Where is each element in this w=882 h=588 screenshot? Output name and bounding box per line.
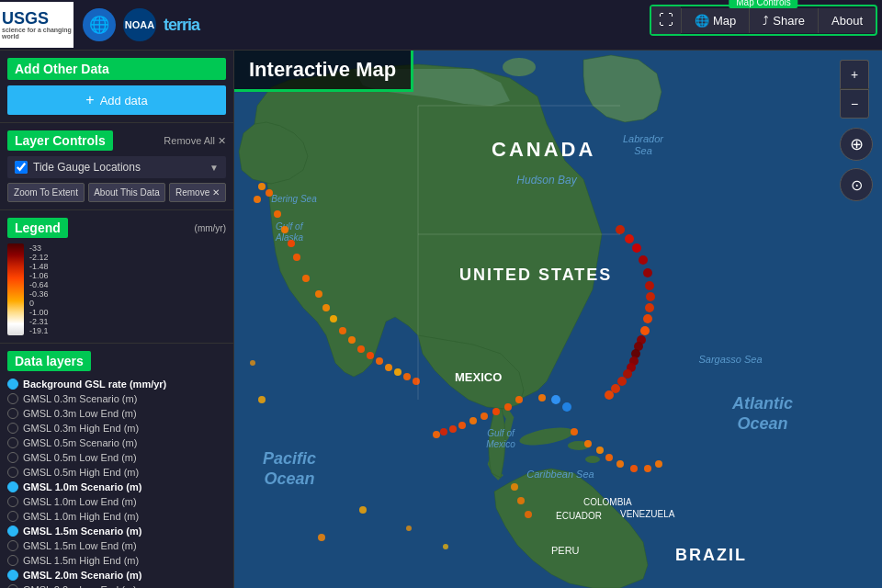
interactive-map-label: Interactive Map: [234, 51, 413, 92]
svg-point-92: [443, 544, 448, 549]
terria-logo: terria: [164, 16, 199, 35]
map-controls-box: Map Controls ⛶ 🌐 Map ⤴ Share About: [650, 5, 877, 36]
data-layer-radio[interactable]: [7, 423, 18, 434]
svg-point-67: [504, 403, 512, 411]
svg-point-89: [359, 506, 367, 514]
svg-point-63: [617, 377, 627, 386]
data-layer-radio[interactable]: [7, 584, 18, 588]
svg-text:VENEZUELA: VENEZUELA: [620, 509, 675, 519]
data-layer-radio[interactable]: [7, 496, 18, 507]
data-layer-item[interactable]: GMSL 0.3m Scenario (m): [7, 391, 226, 406]
data-layer-radio[interactable]: [7, 526, 18, 537]
tide-gauge-label: Tide Gauge Locations: [33, 161, 209, 174]
data-layer-item[interactable]: GMSL 1.5m High End (m): [7, 553, 226, 568]
data-layer-item[interactable]: GMSL 0.3m High End (m): [7, 421, 226, 435]
data-layer-item[interactable]: GMSL 1.5m Low End (m): [7, 538, 226, 553]
data-layer-radio[interactable]: [7, 379, 18, 390]
data-layer-radio[interactable]: [7, 570, 18, 581]
svg-text:ECUADOR: ECUADOR: [556, 511, 602, 521]
data-layer-radio[interactable]: [7, 452, 18, 463]
data-layer-item[interactable]: GMSL 1.0m High End (m): [7, 509, 226, 524]
data-layer-name: GMSL 0.3m Scenario (m): [23, 393, 137, 404]
data-layer-item[interactable]: GMSL 0.5m Low End (m): [7, 450, 226, 465]
data-layer-item[interactable]: GMSL 0.5m Scenario (m): [7, 435, 226, 450]
svg-text:Pacific: Pacific: [263, 449, 316, 468]
data-layer-name: GMSL 0.3m Low End (m): [23, 408, 137, 419]
remove-all-button[interactable]: Remove All ✕: [164, 135, 226, 147]
data-layer-radio[interactable]: [7, 511, 18, 522]
data-layer-item[interactable]: Background GSL rate (mm/yr): [7, 377, 226, 391]
svg-point-46: [254, 196, 261, 203]
map-svg: Pacific Ocean Atlantic Ocean Sargasso Se…: [234, 51, 882, 588]
data-layer-radio[interactable]: [7, 481, 18, 492]
legend-content: -33 -2.12 -1.48 -1.06 -0.64 -0.36 0 -1.0…: [7, 243, 226, 335]
data-layer-radio[interactable]: [7, 555, 18, 566]
globe-icon[interactable]: 🌐: [83, 8, 116, 41]
data-layer-radio[interactable]: [7, 437, 18, 448]
svg-point-49: [632, 243, 641, 253]
data-layer-name: GMSL 0.5m High End (m): [23, 467, 139, 478]
remove-layer-button[interactable]: Remove ✕: [169, 183, 226, 202]
data-layer-item[interactable]: GMSL 1.0m Low End (m): [7, 494, 226, 509]
legend-value: -0.36: [29, 289, 49, 299]
map-button[interactable]: 🌐 Map: [681, 8, 749, 33]
expand-map-button[interactable]: ⛶: [651, 6, 681, 34]
add-data-button[interactable]: + Add data: [7, 85, 226, 115]
share-button[interactable]: ⤴ Share: [749, 8, 818, 33]
svg-point-65: [605, 390, 614, 400]
data-layer-item[interactable]: GMSL 0.5m High End (m): [7, 465, 226, 480]
data-layer-radio[interactable]: [7, 540, 18, 551]
svg-point-77: [562, 402, 571, 412]
svg-text:Hudson Bay: Hudson Bay: [516, 174, 577, 187]
legend-value: -1.06: [29, 271, 49, 280]
data-layer-radio[interactable]: [7, 393, 18, 404]
svg-point-36: [348, 336, 356, 344]
svg-text:Mexico: Mexico: [486, 439, 515, 449]
svg-point-51: [643, 268, 652, 277]
data-layer-item[interactable]: GMSL 2.0m Low End (m): [7, 582, 226, 588]
data-layer-radio[interactable]: [7, 467, 18, 478]
legend-value: -33: [29, 243, 49, 253]
data-layer-item[interactable]: GMSL 1.5m Scenario (m): [7, 524, 226, 538]
add-data-label: Add data: [100, 94, 148, 107]
map-area[interactable]: Interactive Map Pacific Ocean Atlantic O…: [234, 51, 882, 588]
svg-point-29: [288, 240, 295, 247]
zoom-to-extent-button[interactable]: Zoom To Extent: [7, 183, 85, 202]
legend-value: -1.00: [29, 308, 49, 317]
svg-point-74: [433, 431, 440, 438]
layers-button[interactable]: ⊙: [840, 168, 873, 201]
svg-point-3: [585, 456, 600, 463]
usgs-text: USGS: [2, 10, 72, 27]
svg-point-83: [630, 465, 638, 472]
about-button[interactable]: About: [818, 8, 876, 33]
data-layer-radio[interactable]: [7, 408, 18, 419]
about-this-data-button[interactable]: About This Data: [88, 183, 165, 202]
zoom-in-button[interactable]: +: [840, 60, 869, 89]
remove-icon: ✕: [212, 187, 220, 198]
map-globe-icon: 🌐: [695, 14, 709, 28]
tide-gauge-checkbox[interactable]: [15, 161, 28, 174]
svg-point-73: [440, 428, 447, 435]
compass-button[interactable]: ⊕: [840, 128, 873, 161]
data-layer-name: GMSL 2.0m Scenario (m): [23, 570, 141, 581]
data-layer-item[interactable]: GMSL 1.0m Scenario (m): [7, 480, 226, 494]
noaa-icon[interactable]: NOAA: [123, 8, 156, 41]
data-layer-item[interactable]: GMSL 0.3m Low End (m): [7, 406, 226, 421]
svg-point-56: [640, 326, 650, 335]
svg-point-85: [655, 460, 662, 468]
tide-gauge-row[interactable]: Tide Gauge Locations ▼: [7, 156, 226, 178]
data-layer-item[interactable]: GMSL 2.0m Scenario (m): [7, 568, 226, 582]
data-layer-name: GMSL 2.0m Low End (m): [23, 584, 137, 588]
data-layers-title: Data layers: [7, 351, 91, 371]
zoom-out-button[interactable]: −: [840, 89, 869, 119]
layer-controls-title: Layer Controls: [7, 130, 113, 151]
data-layer-name: Background GSL rate (mm/yr): [23, 379, 166, 390]
svg-point-78: [571, 428, 578, 435]
svg-point-66: [515, 396, 523, 403]
svg-point-52: [645, 281, 654, 290]
svg-point-70: [469, 417, 477, 424]
legend-value: -19.1: [29, 326, 49, 335]
svg-point-80: [596, 447, 604, 454]
svg-point-39: [376, 357, 383, 365]
svg-point-69: [481, 413, 488, 420]
